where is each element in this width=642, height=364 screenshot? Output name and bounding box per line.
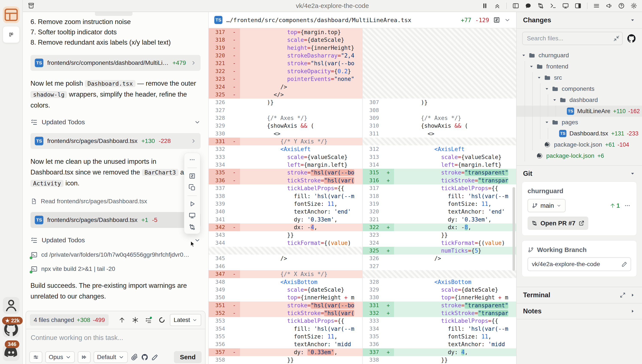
diff-row: 318 fill: 'hsl(var(--m [363, 192, 516, 200]
gear-icon[interactable] [630, 2, 637, 9]
rail-tab-workspace[interactable] [3, 6, 20, 23]
megaphone-icon[interactable] [605, 2, 612, 9]
pause-icon[interactable] [481, 2, 488, 9]
menu-icon[interactable] [593, 2, 600, 9]
folder-icon [536, 63, 543, 70]
copy-icon[interactable] [189, 184, 196, 191]
spark-icon[interactable] [132, 316, 139, 324]
tree-item-components[interactable]: components [517, 83, 642, 94]
collapse-tree-icon[interactable] [613, 35, 620, 42]
panel-right-filled-icon[interactable] [574, 2, 581, 9]
chevron-right-icon [191, 60, 196, 66]
edit-branch-icon[interactable] [621, 261, 627, 268]
collapse-diff-icon[interactable] [504, 17, 511, 23]
code-line: stroke="hsl(var(--bo [240, 302, 362, 309]
account-button[interactable] [3, 297, 20, 314]
updated-todos-toggle[interactable]: Updated Todos [31, 118, 201, 126]
checklist-dot-icon[interactable] [145, 316, 152, 324]
file-chip-dashboard-small[interactable]: TS frontend/src/pages/Dashboard.tsx +1 -… [31, 212, 201, 228]
pen-icon[interactable] [151, 354, 159, 361]
dots-horizontal-icon[interactable] [189, 156, 196, 163]
open-pr-button[interactable]: Open PR #7 [527, 216, 588, 230]
tree-item-frontend[interactable]: frontend [517, 61, 642, 72]
caret-down-icon [529, 64, 534, 69]
changes-section-header[interactable]: Changes [517, 12, 642, 28]
working-branch-input[interactable] [527, 257, 631, 271]
open-in-editor-icon[interactable] [493, 16, 500, 24]
tree-item-multilinearea-tsx[interactable]: TSMultiLineArea.tsx+110-162 [517, 106, 642, 117]
terminal-command-item[interactable]: cd /private/var/folders/10/h7w0q46556ggr… [31, 251, 201, 258]
github-button[interactable]: ★ 22k [3, 321, 20, 338]
diff-sign: + [382, 309, 394, 317]
branch-dropdown[interactable]: main [527, 199, 565, 212]
play-icon[interactable] [189, 200, 196, 208]
diff-panel: TS …/frontend/src/components/dashboard/M… [209, 12, 516, 364]
discord-button[interactable]: 346 [3, 344, 20, 361]
arrow-up-icon[interactable] [118, 316, 126, 324]
github-icon[interactable] [626, 34, 636, 43]
deletions-count: -162 [628, 108, 640, 114]
folder-icon [551, 85, 559, 92]
line-number: 321 [363, 216, 382, 224]
search-input[interactable] [522, 32, 623, 45]
tree-item-src[interactable]: src [517, 72, 642, 83]
rail-tab-board[interactable] [3, 26, 20, 43]
read-file-item[interactable]: Read frontend/src/pages/Dashboard.tsx [31, 198, 201, 205]
panel-left-icon[interactable] [512, 2, 519, 9]
git-compare-icon[interactable] [189, 224, 196, 231]
github-small-icon[interactable] [141, 354, 148, 361]
code-line: }} [240, 231, 362, 239]
chevrons-up-icon[interactable] [494, 2, 501, 9]
expand-terminal-icon[interactable] [620, 292, 626, 298]
attach-icon[interactable] [131, 354, 138, 361]
tree-item-package-lock-json[interactable]: package-lock.json+6 [517, 150, 642, 162]
line-number: 337 [209, 184, 228, 192]
help-circle-icon[interactable] [618, 2, 625, 9]
git-branch-icon [532, 202, 538, 208]
terminal-command-item[interactable]: npx vite build 2>&1 | tail -20 [31, 265, 201, 272]
notes-section-header[interactable]: Notes [517, 303, 642, 319]
monitor-icon[interactable] [189, 212, 196, 219]
mode-dropdown[interactable]: Default [94, 351, 128, 363]
tree-item-package-lock-json[interactable]: package-lock.json+61-104 [517, 139, 642, 150]
additions-count: +479 [172, 60, 186, 66]
code-line: left={margin.left} [240, 161, 362, 169]
line-number: 345 [209, 254, 228, 262]
version-dropdown[interactable]: Latest [170, 314, 201, 326]
updated-todos-toggle[interactable]: Updated Todos [31, 236, 201, 244]
git-compare-icon[interactable] [537, 2, 544, 9]
line-number: 337 [363, 348, 382, 356]
spinner-icon[interactable] [158, 316, 166, 324]
tree-item-churnguard[interactable]: churnguard [517, 50, 642, 61]
diff-row: 327 [363, 262, 516, 270]
diff-row: 341 dy: '0.33em', [209, 216, 362, 224]
file-search-row [517, 28, 642, 49]
diff-scrollbar[interactable] [512, 187, 515, 271]
terminal-section-header[interactable]: Terminal [517, 287, 642, 303]
chat-bubble-icon[interactable] [525, 2, 532, 9]
settings-sliders-button[interactable] [30, 351, 42, 363]
model-dropdown[interactable]: Opus [45, 351, 75, 363]
diff-row: 345 /> [209, 254, 362, 262]
file-chip-dashboard[interactable]: TS frontend/src/pages/Dashboard.tsx +130… [31, 133, 201, 149]
code-line: <AxisBottom [240, 278, 362, 286]
diff-row: 323- pointerEvents="none" [209, 75, 362, 83]
tree-item-dashboard[interactable]: dashboard [517, 94, 642, 106]
monitor-icon[interactable] [562, 2, 569, 9]
files-changed-badge[interactable]: 4 files changed +308 -499 [30, 314, 109, 326]
file-name: frontend [546, 63, 568, 70]
git-section-header[interactable]: Git [517, 165, 642, 182]
fast-forward-button[interactable] [78, 351, 91, 363]
send-button[interactable]: Send [174, 351, 202, 363]
diff-row [363, 28, 516, 36]
more-options-icon[interactable] [624, 202, 631, 209]
tree-item-pages[interactable]: pages [517, 117, 642, 128]
archive-box-icon[interactable] [28, 2, 35, 10]
zed-logo-icon[interactable] [189, 172, 196, 180]
chat-input[interactable] [31, 334, 200, 342]
file-chip-multilinearea[interactable]: TS frontend/src/components/dashboard/Mul… [31, 55, 201, 71]
branch-name: main [540, 202, 554, 209]
terminal-icon[interactable] [550, 2, 556, 9]
divider [187, 196, 197, 196]
tree-item-dashboard-tsx[interactable]: TSDashboard.tsx+131-233 [517, 128, 642, 139]
